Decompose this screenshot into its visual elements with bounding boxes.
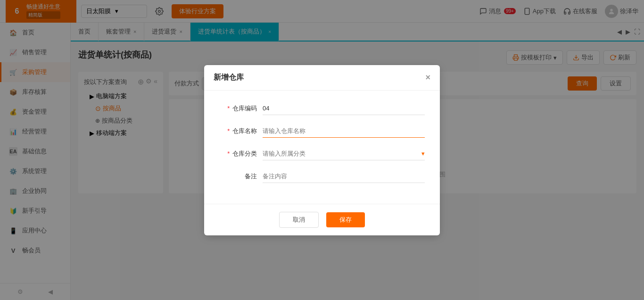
dialog-body: * 仓库编码 * 仓库名称 * 仓库分类: [204, 91, 440, 204]
name-required-star: *: [227, 127, 230, 134]
code-required-star: *: [227, 105, 230, 112]
category-select[interactable]: ▾: [263, 147, 425, 160]
dialog-close-button[interactable]: ×: [425, 73, 430, 83]
category-required-star: *: [227, 150, 230, 157]
dialog-new-warehouse: 新增仓库 × * 仓库编码 * 仓库名称: [204, 65, 440, 235]
category-arrow-icon: ▾: [421, 150, 425, 157]
code-input[interactable]: [263, 102, 425, 115]
dialog-header: 新增仓库 ×: [204, 65, 440, 91]
note-label: 备注: [219, 172, 257, 181]
note-input[interactable]: [263, 170, 425, 183]
form-row-note: 备注: [219, 170, 425, 183]
category-label: * 仓库分类: [219, 150, 257, 158]
name-input[interactable]: [263, 125, 425, 138]
form-row-category: * 仓库分类 ▾: [219, 147, 425, 160]
form-row-name: * 仓库名称: [219, 125, 425, 138]
name-label: * 仓库名称: [219, 127, 257, 135]
cancel-button[interactable]: 取消: [279, 212, 319, 228]
overlay: 新增仓库 × * 仓库编码 * 仓库名称: [0, 0, 644, 300]
dialog-title: 新增仓库: [214, 73, 244, 83]
form-row-code: * 仓库编码: [219, 102, 425, 115]
dialog-footer: 取消 保存: [204, 204, 440, 235]
code-label: * 仓库编码: [219, 104, 257, 113]
save-button[interactable]: 保存: [326, 212, 365, 227]
category-input[interactable]: [263, 147, 421, 160]
